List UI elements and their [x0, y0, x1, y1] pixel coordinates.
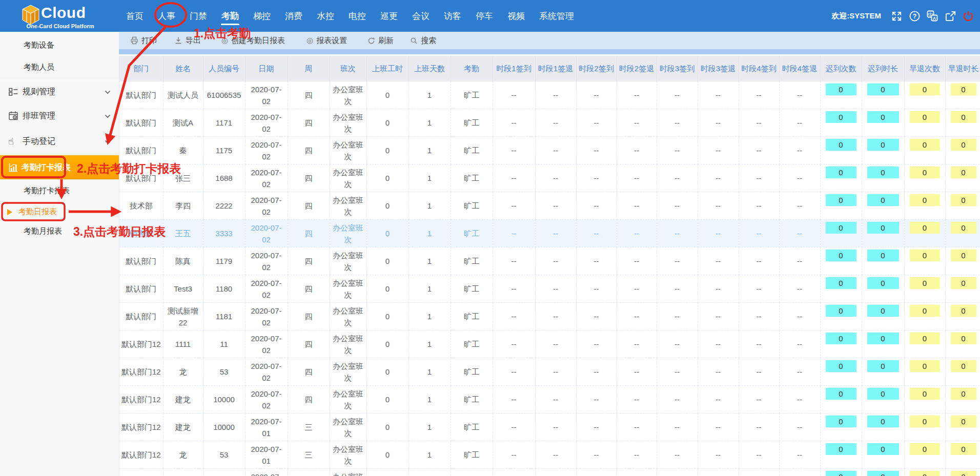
table-row[interactable]: 技术部李四22222020-07-02四办公室班次01旷工-----------…	[119, 192, 980, 220]
cell-date: 2020-07-02	[245, 386, 288, 413]
table-row[interactable]: 默认部门121111112020-07-02四办公室班次01旷工--------…	[119, 330, 980, 358]
cell-person-id: 1175	[203, 137, 245, 164]
power-icon[interactable]	[962, 9, 975, 23]
column-header-work-hours[interactable]: 上班工时	[366, 56, 409, 81]
nav-item-考勤[interactable]: 考勤	[214, 0, 246, 32]
nav-item-首页[interactable]: 首页	[119, 0, 151, 32]
early-leave-badge: 0	[951, 388, 976, 400]
column-header-late-duration[interactable]: 迟到时长	[862, 56, 904, 81]
column-header-late-count[interactable]: 迟到次数	[820, 56, 862, 81]
column-header-p4-checkin[interactable]: 时段4签到	[739, 56, 779, 81]
table-row[interactable]: 默认部门秦11752020-07-02四办公室班次01旷工-----------…	[119, 137, 980, 164]
table-row[interactable]: 默认部门测试人员610065352020-07-02四办公室班次01旷工----…	[119, 81, 980, 109]
nav-item-电控[interactable]: 电控	[341, 0, 373, 32]
column-header-early-leave-duration[interactable]: 早退时长	[945, 56, 980, 81]
sidebar-item-manual-registration[interactable]: ☝ 手动登记	[0, 130, 119, 153]
new-window-icon[interactable]	[944, 9, 957, 23]
column-header-early-leave-count[interactable]: 早退次数	[904, 56, 945, 81]
cell-p4-checkout: --	[779, 330, 820, 358]
column-header-dept[interactable]: 部门	[119, 56, 163, 81]
translate-icon[interactable]: 中 A	[926, 9, 939, 23]
nav-item-停车[interactable]: 停车	[468, 0, 500, 32]
report-settings-button[interactable]: ◎ 报表设置	[307, 36, 347, 46]
column-header-work-days[interactable]: 上班天数	[409, 56, 451, 81]
create-daily-report-button[interactable]: ◎ 创建考勤日报表	[221, 36, 285, 46]
column-header-p2-checkin[interactable]: 时段2签到	[576, 56, 617, 81]
sidebar-item-attendance-punch-reports[interactable]: 考勤打卡报表	[0, 155, 119, 179]
cell-work-hours: 0	[366, 109, 409, 137]
cell-dept: 默认部门12	[119, 386, 163, 413]
table-row[interactable]: 默认部门Test311802020-07-02四办公室班次01旷工-------…	[119, 275, 980, 303]
cell-p1-checkin: --	[493, 441, 535, 469]
sidebar-item-monthly-attendance-report[interactable]: 考勤月报表	[0, 220, 119, 242]
table-row[interactable]: 默认部门12建龙100002020-07-02四办公室班次01旷工-------…	[119, 386, 980, 413]
nav-item-水控[interactable]: 水控	[310, 0, 341, 32]
column-header-person-id[interactable]: 人员编号	[203, 56, 245, 81]
cell-p1-checkin: --	[493, 220, 535, 247]
cell-p3-checkout: --	[698, 303, 739, 330]
export-icon	[174, 36, 182, 45]
sidebar-item-attendance-devices[interactable]: 考勤设备	[0, 34, 119, 56]
nav-item-消费[interactable]: 消费	[278, 0, 310, 32]
column-header-shift[interactable]: 班次	[330, 56, 366, 81]
early-leave-badge: 0	[910, 111, 940, 123]
column-header-p1-checkout[interactable]: 时段1签退	[535, 56, 576, 81]
cell-p1-checkin: --	[493, 247, 535, 275]
nav-item-人事[interactable]: 人事	[151, 0, 182, 32]
nav-item-巡更[interactable]: 巡更	[373, 0, 405, 32]
main-nav: 首页人事门禁考勤梯控消费水控电控巡更会议访客停车视频系统管理	[119, 0, 581, 32]
column-header-p2-checkout[interactable]: 时段2签退	[617, 56, 657, 81]
column-header-p1-checkin[interactable]: 时段1签到	[493, 56, 535, 81]
column-header-date[interactable]: 日期	[245, 56, 288, 81]
table-row[interactable]: 默认部门12建龙100002020-07-01三办公室班次01旷工-------…	[119, 413, 980, 441]
help-icon[interactable]: ?	[908, 9, 921, 23]
table-row[interactable]: 默认部门张三16882020-07-02四办公室班次01旷工----------…	[119, 164, 980, 192]
early-leave-badge: 0	[910, 333, 940, 344]
column-header-p3-checkin[interactable]: 时段3签到	[657, 56, 698, 81]
cell-shift: 办公室班次	[330, 109, 366, 137]
late-badge: 0	[826, 222, 856, 234]
table-row[interactable]: 默认部门121111112020-07-01三办公室班次01旷工--------…	[119, 469, 980, 476]
nav-item-会议[interactable]: 会议	[405, 0, 437, 32]
late-badge: 0	[867, 222, 899, 234]
cell-dept: 销售部	[119, 220, 163, 247]
late-badge: 0	[867, 471, 899, 476]
cell-p1-checkin: --	[493, 164, 535, 192]
nav-item-门禁[interactable]: 门禁	[182, 0, 214, 32]
cell-p4-checkin: --	[739, 330, 779, 358]
table-row[interactable]: 默认部门测试A11712020-07-02四办公室班次01旷工---------…	[119, 109, 980, 137]
nav-item-访客[interactable]: 访客	[437, 0, 468, 32]
sidebar-item-attendance-punch-report[interactable]: 考勤打卡报表	[0, 179, 119, 202]
export-button[interactable]: 导出	[174, 36, 201, 46]
nav-item-系统管理[interactable]: 系统管理	[532, 0, 581, 32]
cell-name: 1111	[163, 330, 203, 358]
cell-p3-checkout: --	[698, 164, 739, 192]
table-row[interactable]: 默认部门测试新增2211812020-07-02四办公室班次01旷工------…	[119, 303, 980, 330]
table-row[interactable]: 默认部门陈真11792020-07-02四办公室班次01旷工----------…	[119, 247, 980, 275]
refresh-button[interactable]: 刷新	[368, 36, 394, 46]
chevron-down-icon	[105, 90, 111, 94]
cell-p4-checkin: --	[739, 303, 779, 330]
column-header-name[interactable]: 姓名	[163, 56, 203, 81]
nav-item-梯控[interactable]: 梯控	[246, 0, 278, 32]
cell-date: 2020-07-02	[245, 137, 288, 164]
cell-work-hours: 0	[366, 441, 409, 469]
cell-date: 2020-07-02	[245, 358, 288, 386]
fullscreen-icon[interactable]	[890, 9, 903, 23]
cell-early-leave-count: 0	[904, 469, 945, 476]
search-button[interactable]: 搜索	[410, 36, 436, 46]
column-header-attendance-status[interactable]: 考勤	[451, 56, 493, 81]
sidebar-item-rules-management[interactable]: 规则管理	[0, 80, 119, 103]
column-header-p3-checkout[interactable]: 时段3签退	[698, 56, 739, 81]
cell-early-leave-duration: 0	[945, 81, 980, 109]
column-header-weekday[interactable]: 周	[288, 56, 330, 81]
cell-late-count: 0	[820, 469, 862, 476]
print-button[interactable]: 打印	[130, 36, 157, 46]
sidebar-item-shift-management[interactable]: 排班管理	[0, 105, 119, 127]
table-row[interactable]: 默认部门12龙532020-07-02四办公室班次01旷工-----------…	[119, 358, 980, 386]
column-header-p4-checkout[interactable]: 时段4签退	[779, 56, 820, 81]
nav-item-视频[interactable]: 视频	[500, 0, 532, 32]
table-row[interactable]: 销售部王五33332020-07-02四办公室班次01旷工-----------…	[119, 220, 980, 247]
table-row[interactable]: 默认部门12龙532020-07-01三办公室班次01旷工-----------…	[119, 441, 980, 469]
sidebar-item-attendance-personnel[interactable]: 考勤人员	[0, 56, 119, 78]
